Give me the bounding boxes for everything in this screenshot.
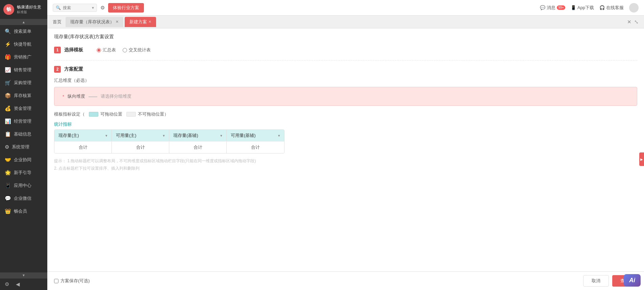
avatar[interactable] [629,3,639,13]
industry-btn[interactable]: 体验行业方案 [108,3,144,13]
app-download-action[interactable]: 📱 App下载 [571,5,594,11]
main-area: 🔍 ▾ ⚙ 体验行业方案 💬 消息 99+ 📱 App下载 🎧 在线客服 [47,0,644,290]
save-option[interactable]: 方案保存(可选) [54,278,90,284]
col-header-3[interactable]: 可用量(基辅) ▾ [227,130,284,141]
step2-header: 2 方案配置 [54,66,637,73]
topbar-right: 💬 消息 99+ 📱 App下载 🎧 在线客服 [540,3,639,13]
step1-badge: 1 [54,47,61,53]
sidebar-item-purchase[interactable]: 🛒 采购管理 [0,76,47,89]
bottom-bar: 方案保存(可选) 取消 查询 [47,271,644,290]
sidebar-scroll-down[interactable]: ▼ [0,272,47,278]
search-dropdown-btn[interactable]: ▾ [92,5,94,10]
online-service-action[interactable]: 🎧 在线客服 [599,5,624,11]
dimension-dash: —— [89,94,97,99]
sidebar-item-operations[interactable]: 📊 经营管理 [0,115,47,128]
tab-home[interactable]: 首页 [53,19,61,25]
radio-cross[interactable]: 交叉统计表 [123,47,151,53]
template-radio-group: 汇总表 交叉统计表 [97,47,151,53]
sidebar-item-sales[interactable]: 📈 销售管理 [0,64,47,76]
settings-btn[interactable]: ⚙ [100,5,105,11]
search-icon: 🔍 [5,28,11,34]
col-chevron-2[interactable]: ▾ [220,134,222,138]
tab-expand-btn[interactable]: ⤡ [634,19,639,25]
sidebar-item-weixin[interactable]: 💬 企业微信 [0,192,47,205]
basic-info-icon: 📋 [5,131,11,137]
radio-summary-input[interactable] [97,48,101,52]
search-small-icon: 🔍 [56,5,61,10]
right-edge-btn[interactable]: ▶ [639,152,644,166]
sidebar-scroll-up[interactable]: ▲ [0,19,47,25]
step2-badge: 2 [54,66,61,73]
sidebar-item-apps[interactable]: 📱 应用中心 [0,179,47,192]
inventory-icon: 📦 [5,93,11,99]
tab-inventory[interactable]: 现存量（库存状况表） ✕ [66,17,123,27]
collab-icon: 🤝 [5,157,11,163]
weixin-icon: 💬 [5,195,11,201]
col-header-2[interactable]: 现存量(基辅) ▾ [169,130,227,141]
col-val-2: 合计 [169,142,227,153]
fixed-box [126,112,136,117]
divider1 [54,60,637,61]
tab-new-plan[interactable]: 新建方案 ✕ [125,17,156,27]
stats-table: 现存量(主) ▾ 可用量(主) ▾ 现存量(基辅) ▾ 可用量(基辅) [54,129,284,153]
tab-new-plan-close[interactable]: ✕ [148,20,151,24]
footer-settings-icon[interactable]: ⚙ [5,281,9,287]
tab-maximize-area: ✕ ⤡ [627,19,639,25]
col-header-0[interactable]: 现存量(主) ▾ [54,130,112,141]
system-icon: ⚙ [5,144,9,150]
col-val-3: 合计 [227,142,284,153]
service-icon: 🎧 [599,5,605,10]
sidebar-item-member[interactable]: 👑 畅会员 [0,205,47,218]
purchase-icon: 🛒 [5,80,11,86]
sidebar-item-marketing[interactable]: 🎁 营销推广 [0,51,47,64]
sidebar: 畅 畅康通好生意 标准版 ▲ 🔍 搜索菜单 ⚡ 快捷导航 🎁 营销推广 📈 销售… [0,0,47,290]
step1-header: 1 选择模板 汇总表 交叉统计表 [54,47,637,53]
required-star: * [63,94,64,99]
col-chevron-0[interactable]: ▾ [105,134,107,138]
sidebar-item-guide[interactable]: 🌟 新手引导 [0,166,47,179]
topbar: 🔍 ▾ ⚙ 体验行业方案 💬 消息 99+ 📱 App下载 🎧 在线客服 [47,0,644,16]
sidebar-item-inventory[interactable]: 📦 库存核算 [0,89,47,102]
member-icon: 👑 [5,208,11,214]
topbar-left: 🔍 ▾ ⚙ 体验行业方案 [53,3,144,13]
dimension-box[interactable]: * 纵向维度 —— 请选择分组维度 [54,87,637,106]
tab-sep1 [63,19,64,24]
stats-label: 统计指标 [54,121,637,127]
cancel-button[interactable]: 取消 [583,275,609,287]
ai-badge[interactable]: Ai [624,274,641,287]
hints: 提示： 1.拖动标题栏可以调整布局，不可跨维度或指标区域拖动栏目字段(只能在同一… [54,158,637,172]
tab-inventory-close[interactable]: ✕ [116,20,119,24]
tabbar: 首页 现存量（库存状况表） ✕ 新建方案 ✕ ✕ ⤡ [47,16,644,28]
message-action[interactable]: 💬 消息 99+ [540,5,565,11]
col-chevron-3[interactable]: ▾ [278,134,280,138]
content-area: 现存量(库存状况表)方案设置 1 选择模板 汇总表 交叉统计表 [47,28,644,290]
marketing-icon: 🎁 [5,54,11,60]
sidebar-item-basic-info[interactable]: 📋 基础信息 [0,128,47,141]
fixed-indicator: 不可拖动位置） [126,111,169,117]
sidebar-item-system[interactable]: ⚙ 系统管理 [0,141,47,153]
col-header-1[interactable]: 可用量(主) ▾ [112,130,169,141]
aggregate-label: 汇总维度（必选） [54,77,637,83]
template-indicator: 模板指标设定（ 可拖动位置 不可拖动位置） [54,111,637,117]
sidebar-logo: 畅 畅康通好生意 标准版 [0,0,47,19]
stats-table-header: 现存量(主) ▾ 可用量(主) ▾ 现存量(基辅) ▾ 可用量(基辅) [54,130,284,141]
search-input[interactable] [63,5,90,10]
sidebar-item-finance[interactable]: 💰 资金管理 [0,102,47,115]
col-val-0: 合计 [54,142,112,153]
tab-close-btn[interactable]: ✕ [627,19,631,25]
movable-indicator: 可拖动位置 [89,111,122,117]
sidebar-item-collab[interactable]: 🤝 企业协同 [0,153,47,166]
stats-table-row: 合计 合计 合计 合计 [54,141,284,153]
sidebar-item-quicknav[interactable]: ⚡ 快捷导航 [0,38,47,51]
message-icon: 💬 [540,5,545,10]
radio-summary[interactable]: 汇总表 [97,47,116,53]
step2-title: 方案配置 [64,66,83,72]
finance-icon: 💰 [5,105,11,112]
sidebar-items: 🔍 搜索菜单 ⚡ 快捷导航 🎁 营销推广 📈 销售管理 🛒 采购管理 📦 库存核… [0,25,47,272]
step1-section: 1 选择模板 汇总表 交叉统计表 [54,47,637,53]
sidebar-item-search[interactable]: 🔍 搜索菜单 [0,25,47,38]
col-chevron-1[interactable]: ▾ [163,134,165,138]
footer-collapse-icon[interactable]: ◀ [16,281,20,287]
radio-cross-input[interactable] [123,48,127,52]
save-checkbox[interactable] [54,279,58,283]
